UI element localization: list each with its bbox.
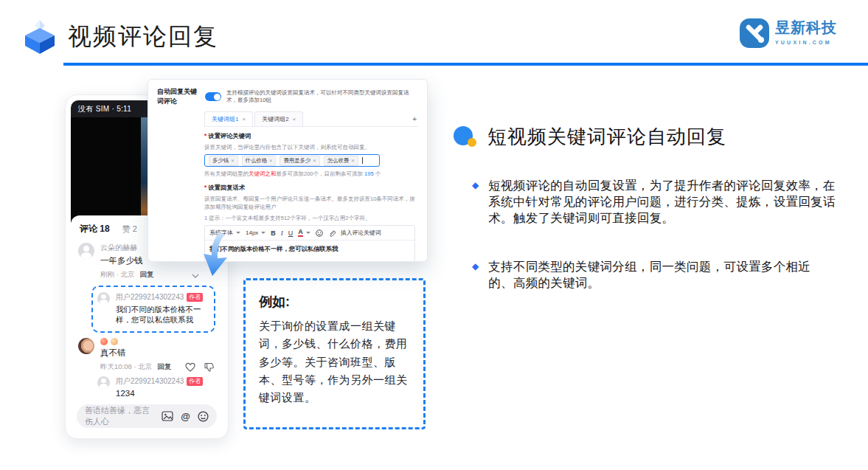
auto-reply-toggle[interactable] bbox=[205, 92, 221, 101]
reply-text: 我们不同的版本价格不一样，您可以私信联系我 bbox=[116, 305, 209, 325]
feature-heading: 短视频关键词评论自动回复 bbox=[487, 124, 726, 150]
comment-input-placeholder: 善语结善缘，恶言伤人心 bbox=[85, 405, 154, 427]
section-desc-keywords: 设置关键词，当评论里内容包含了以下关键词，则系统可自动回复。 bbox=[204, 143, 418, 151]
author-badge: 作者 bbox=[187, 293, 203, 302]
panel-description: 支持根据评论的关键词设置回复话术，可以针对不同类型关键词设置回复话术，最多添加1… bbox=[226, 89, 418, 104]
example-box: 例如: 关于询价的设置成一组关键词，多少钱、什么价格，费用多少等。关于咨询班型、… bbox=[243, 278, 426, 429]
avatar[interactable] bbox=[97, 376, 110, 389]
italic-button[interactable]: I bbox=[281, 229, 283, 237]
comment-input-bar: 善语结善缘，恶言伤人心 @ bbox=[71, 399, 223, 433]
emoji-icon bbox=[100, 338, 108, 345]
reply-button[interactable]: 回复 bbox=[157, 362, 171, 372]
font-size-select[interactable]: 14px bbox=[246, 229, 265, 236]
dislike-icon[interactable] bbox=[204, 362, 214, 372]
feature-bullet: ◆ 短视频评论的自动回复设置，为了提升作者的评论回复效率，在系统中针对常见的评论… bbox=[472, 177, 841, 226]
keyword-tag-input[interactable]: 多少钱× 什么价格× 费用是多少× 怎么收费× bbox=[204, 154, 380, 167]
diamond-icon: ◆ bbox=[472, 177, 479, 226]
keyword-count-note: 所有关键词组里的关键词之和最多可添加200个，目前剩余可添加 195 个 bbox=[204, 170, 418, 178]
diamond-icon: ◆ bbox=[472, 258, 479, 291]
like-heart-icon[interactable] bbox=[185, 362, 195, 372]
font-color-button[interactable]: A bbox=[298, 229, 310, 237]
insert-keyword-button[interactable]: 插入评论关键词 bbox=[341, 229, 381, 237]
comment-text: 真不错 bbox=[100, 348, 215, 359]
company-domain: YUUXIN.COM bbox=[775, 40, 837, 45]
pointer-arrow bbox=[195, 232, 229, 277]
example-body: 关于询价的设置成一组关键词，多少钱、什么价格，费用多少等。关于咨询班型、版本、型… bbox=[259, 317, 410, 407]
close-icon[interactable]: × bbox=[351, 157, 354, 164]
reply-button[interactable]: 回复 bbox=[139, 270, 153, 280]
video-dark-area bbox=[71, 117, 141, 223]
reply-username: 用户2299214302243 作者 bbox=[116, 376, 215, 387]
image-icon[interactable] bbox=[162, 411, 173, 421]
auto-reply-settings-panel: 自动回复关键词评论 支持根据评论的关键词设置回复话术，可以针对不同类型关键词设置… bbox=[147, 79, 428, 262]
comment-input[interactable]: 善语结善缘，恶言伤人心 @ bbox=[77, 404, 217, 428]
text-cursor bbox=[362, 157, 363, 164]
keyword-tag[interactable]: 多少钱× bbox=[209, 156, 238, 166]
reply-text: 1234 bbox=[116, 389, 215, 398]
add-tab-button[interactable]: + bbox=[412, 115, 417, 123]
cube-logo-icon bbox=[24, 19, 56, 55]
tab-keyword-group-2[interactable]: 关键词组2× bbox=[254, 111, 303, 126]
comment-meta: 昨天10:08 · 北京 回复 bbox=[100, 362, 215, 372]
page-title: 视频评论回复 bbox=[68, 21, 218, 53]
mention-icon[interactable]: @ bbox=[181, 411, 190, 422]
feature-bullet: ◆ 支持不同类型的关键词分组，同一类问题，可设置多个相近的、高频的关键词。 bbox=[472, 258, 841, 291]
reply-username: 用户2299214302243 作者 bbox=[116, 292, 209, 303]
feature-bullets: ◆ 短视频评论的自动回复设置，为了提升作者的评论回复效率，在系统中针对常见的评论… bbox=[472, 177, 841, 323]
editor-tip: 1 提示：一个富文本框最多支持512个字符，一个汉字占用2个字符。 bbox=[204, 214, 418, 222]
required-mark: * bbox=[204, 132, 206, 139]
close-icon[interactable]: × bbox=[293, 116, 296, 122]
section-desc-reply: 设置回复话术、每回复一个用户评论只发送一条话术。最多支持设置10条不同话术，按添… bbox=[204, 195, 417, 212]
author-badge: 作者 bbox=[187, 377, 203, 386]
close-icon[interactable]: × bbox=[313, 157, 316, 164]
caret-down-icon bbox=[236, 232, 240, 234]
close-icon[interactable]: × bbox=[231, 157, 234, 164]
link-button[interactable] bbox=[328, 229, 336, 237]
required-mark: * bbox=[204, 184, 206, 191]
avatar[interactable] bbox=[78, 243, 94, 259]
tab-likes[interactable]: 赞 2 bbox=[122, 224, 137, 235]
avatar[interactable] bbox=[78, 338, 94, 354]
emoji-button[interactable] bbox=[316, 229, 323, 237]
comment-row: 真不错 昨天10:08 · 北京 回复 bbox=[77, 336, 217, 374]
editor-toolbar: 系统字体 14px B I U A 插入评论关键词 bbox=[205, 226, 414, 241]
close-icon[interactable]: × bbox=[269, 157, 272, 164]
keyword-group-tabs: 关键词组1× 关键词组2× + bbox=[204, 111, 418, 127]
company-logo-icon bbox=[739, 18, 770, 49]
editor-content[interactable]: 我们不同的版本价格不一样，您可以私信联系我 bbox=[205, 241, 414, 262]
smiley-icon[interactable] bbox=[198, 411, 209, 422]
company-name: 昱新科技 bbox=[775, 18, 837, 38]
header-divider bbox=[63, 63, 868, 66]
tab-comments[interactable]: 评论 18 bbox=[80, 223, 110, 235]
comment-username bbox=[100, 338, 215, 345]
section-title-keywords: *设置评论关键词 bbox=[204, 132, 418, 140]
keyword-tag[interactable]: 怎么收费× bbox=[324, 156, 358, 166]
caret-down-icon bbox=[261, 232, 265, 234]
section-title-reply: *设置回复话术 bbox=[204, 184, 418, 192]
bold-button[interactable]: B bbox=[271, 229, 276, 237]
panel-title: 自动回复关键词评论 bbox=[157, 87, 200, 106]
company-logo: 昱新科技 YUUXIN.COM bbox=[739, 18, 837, 49]
emoji-icon bbox=[111, 338, 118, 345]
keyword-tag[interactable]: 费用是多少× bbox=[280, 156, 319, 166]
tab-keyword-group-1[interactable]: 关键词组1× bbox=[204, 111, 253, 126]
rich-text-editor[interactable]: 系统字体 14px B I U A 插入评论关键词 bbox=[204, 225, 415, 262]
page: 视频评论回复 昱新科技 YUUXIN.COM 没有 SIM · 5:11 有酸也… bbox=[0, 0, 868, 470]
underline-button[interactable]: U bbox=[288, 229, 294, 237]
caret-down-icon bbox=[306, 232, 310, 234]
section-bullet-icon bbox=[454, 126, 483, 148]
keyword-tag[interactable]: 什么价格× bbox=[242, 156, 277, 166]
close-icon[interactable]: × bbox=[242, 116, 246, 122]
example-title: 例如: bbox=[259, 293, 410, 311]
highlighted-auto-reply: 用户2299214302243 作者 我们不同的版本价格不一样，您可以私信联系我 bbox=[91, 286, 215, 333]
avatar[interactable] bbox=[97, 292, 110, 305]
